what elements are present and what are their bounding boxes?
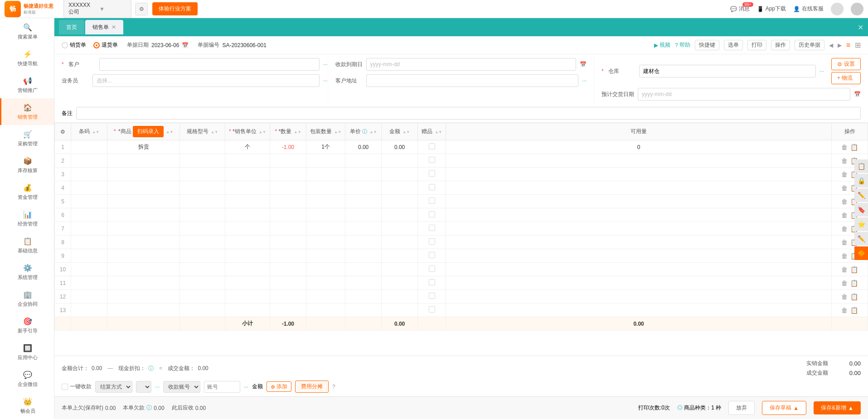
cell-spec[interactable] xyxy=(180,181,225,195)
cell-pkg[interactable] xyxy=(306,168,345,181)
price-info-icon[interactable]: ⓘ xyxy=(362,129,367,134)
sort-unit[interactable]: ▲▼ xyxy=(259,130,266,134)
gift-checkbox[interactable] xyxy=(429,143,435,149)
cell-barcode[interactable] xyxy=(71,290,107,303)
cell-barcode[interactable] xyxy=(71,276,107,290)
cell-qty[interactable] xyxy=(270,208,306,222)
cell-qty[interactable] xyxy=(270,168,306,181)
remark-input[interactable] xyxy=(76,107,861,120)
sort-goods[interactable]: ▲▼ xyxy=(166,130,173,134)
cell-goods[interactable] xyxy=(107,263,180,276)
list-view-icon[interactable]: ≡ xyxy=(846,41,850,49)
float-btn-4[interactable]: 🔖 xyxy=(854,203,868,217)
cell-gift[interactable] xyxy=(418,181,446,195)
company-selector[interactable]: XXXXXX公司 ▼ xyxy=(63,0,131,18)
cell-spec[interactable] xyxy=(180,263,225,276)
cell-price[interactable] xyxy=(345,195,382,208)
sidebar-item-member[interactable]: 👑 畅会员 xyxy=(0,392,54,419)
total-owe-info[interactable]: ⓘ xyxy=(146,404,152,412)
account-input[interactable] xyxy=(204,381,240,393)
cell-amount[interactable] xyxy=(382,236,418,249)
account-dots[interactable]: ··· xyxy=(244,384,248,390)
gift-checkbox[interactable] xyxy=(429,197,435,204)
gift-checkbox[interactable] xyxy=(429,238,435,245)
cell-unit[interactable] xyxy=(225,208,270,222)
sidebar-item-operation[interactable]: 📊 经营管理 xyxy=(0,205,54,232)
tab-home[interactable]: 首页 xyxy=(59,20,84,34)
expected-date-input[interactable]: yyyy-mm-dd xyxy=(638,88,850,101)
cell-gift[interactable] xyxy=(418,290,446,303)
cell-pkg[interactable] xyxy=(306,222,345,236)
gift-checkbox[interactable] xyxy=(429,225,435,231)
cell-qty[interactable] xyxy=(270,290,306,303)
save-new-btn[interactable]: 保存&新增 ▲ xyxy=(814,401,861,414)
delete-icon[interactable]: 🗑 xyxy=(841,307,848,314)
payment-checkbox[interactable] xyxy=(62,384,68,390)
cell-gift[interactable] xyxy=(418,303,446,317)
sidebar-item-newbie[interactable]: 🎯 新手引导 xyxy=(0,312,54,339)
help-icon-payment[interactable]: ? xyxy=(332,384,335,390)
cell-barcode[interactable] xyxy=(71,181,107,195)
cell-amount[interactable] xyxy=(382,195,418,208)
radio-return[interactable]: 退货单 xyxy=(93,41,118,49)
sidebar-item-search[interactable]: 🔍 搜索菜单 xyxy=(0,18,54,45)
salesperson-dots[interactable]: ··· xyxy=(323,77,328,84)
discard-btn[interactable]: 放弃 xyxy=(728,401,755,415)
cell-pkg[interactable] xyxy=(306,208,345,222)
cell-unit[interactable] xyxy=(225,154,270,168)
operation-btn[interactable]: 操作 xyxy=(771,40,790,50)
warehouse-dots[interactable]: ··· xyxy=(820,68,824,74)
delete-icon[interactable]: 🗑 xyxy=(841,239,848,246)
one-click-payment[interactable]: 一键收款 xyxy=(62,383,92,390)
settings-icon[interactable]: ⚙ xyxy=(135,3,148,15)
cell-goods[interactable]: 拆贡 xyxy=(107,140,180,154)
cell-qty[interactable] xyxy=(270,195,306,208)
cell-barcode[interactable] xyxy=(71,249,107,263)
float-btn-1[interactable]: 📋 xyxy=(854,159,868,173)
gift-checkbox[interactable] xyxy=(429,170,435,177)
experience-btn[interactable]: 体验行业方案 xyxy=(152,2,198,15)
cell-unit[interactable] xyxy=(225,181,270,195)
cell-barcode[interactable] xyxy=(71,140,107,154)
add-payment-btn[interactable]: ⊕ 添加 xyxy=(267,381,291,392)
sort-gift[interactable]: ▲▼ xyxy=(435,130,442,134)
cell-price[interactable] xyxy=(345,168,382,181)
gift-checkbox[interactable] xyxy=(429,306,435,313)
cell-amount[interactable] xyxy=(382,181,418,195)
cell-spec[interactable] xyxy=(180,276,225,290)
due-date-input[interactable]: yyyy-mm-dd xyxy=(366,58,577,71)
app-download-btn[interactable]: 📱 App下载 xyxy=(757,5,786,13)
cell-spec[interactable] xyxy=(180,303,225,317)
cell-barcode[interactable] xyxy=(71,222,107,236)
cell-pkg[interactable] xyxy=(306,290,345,303)
cell-barcode[interactable] xyxy=(71,236,107,249)
cell-goods[interactable] xyxy=(107,168,180,181)
cell-amount[interactable] xyxy=(382,303,418,317)
delete-icon[interactable]: 🗑 xyxy=(841,279,848,287)
cell-unit[interactable]: 个 xyxy=(225,140,270,154)
prev-icon[interactable]: ◀ xyxy=(829,42,833,48)
cell-spec[interactable] xyxy=(180,290,225,303)
close-icon[interactable]: ✕ xyxy=(858,23,863,32)
cell-unit[interactable] xyxy=(225,303,270,317)
cell-qty[interactable] xyxy=(270,263,306,276)
cell-gift[interactable] xyxy=(418,236,446,249)
customer-input[interactable] xyxy=(99,58,320,71)
sidebar-item-marketing[interactable]: 📢 营销推广 xyxy=(0,72,54,98)
cell-amount[interactable] xyxy=(382,154,418,168)
cell-amount[interactable] xyxy=(382,290,418,303)
video-link[interactable]: ▶ 视频 xyxy=(654,41,670,49)
gift-checkbox[interactable] xyxy=(429,211,435,217)
cell-spec[interactable] xyxy=(180,249,225,263)
sidebar-item-system[interactable]: ⚙️ 系统管理 xyxy=(0,259,54,285)
payment-method-select[interactable]: 结算方式 xyxy=(95,381,132,393)
avatar-2[interactable] xyxy=(851,3,863,15)
cell-gift[interactable] xyxy=(418,168,446,181)
gift-checkbox[interactable] xyxy=(429,279,435,285)
delete-icon[interactable]: 🗑 xyxy=(841,184,848,192)
cell-gift[interactable] xyxy=(418,263,446,276)
sidebar-item-sales[interactable]: 🏠 销售管理 xyxy=(0,98,54,125)
cell-price[interactable] xyxy=(345,181,382,195)
sidebar-item-inventory[interactable]: 📦 库存核算 xyxy=(0,152,54,178)
sidebar-item-enterprise[interactable]: 🏢 企业协同 xyxy=(0,285,54,312)
